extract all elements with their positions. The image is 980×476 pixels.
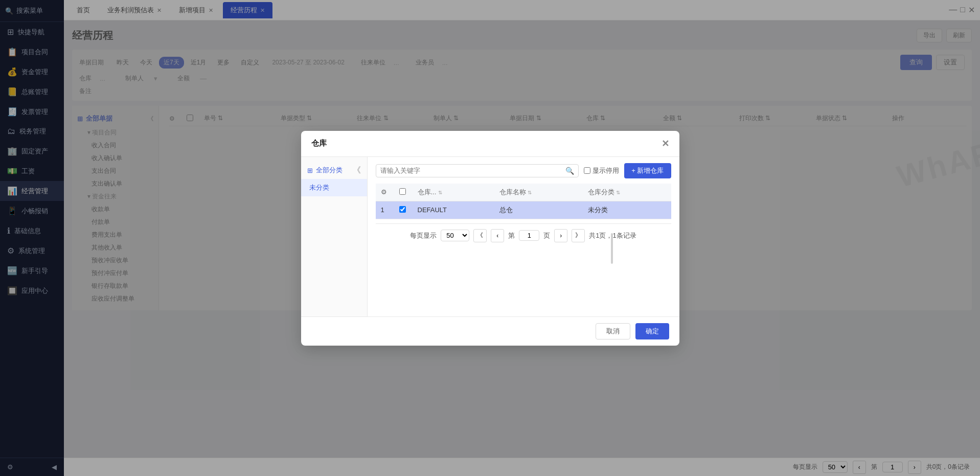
- th-gear[interactable]: ⚙: [376, 184, 394, 201]
- show-disabled-label: 显示停用: [584, 166, 619, 175]
- last-page-btn[interactable]: 》: [572, 229, 585, 242]
- table-row[interactable]: 1 DEFAULT 总仓 未分类: [376, 201, 671, 219]
- modal-right-panel: 🔍 显示停用 + 新增仓库 ⚙ 仓库.: [368, 157, 679, 316]
- row-checkbox[interactable]: [394, 201, 413, 219]
- add-warehouse-button[interactable]: + 新增仓库: [624, 163, 671, 178]
- all-category-label[interactable]: 全部分类: [316, 166, 343, 175]
- first-page-btn[interactable]: 《: [473, 229, 487, 242]
- left-panel-header: ⊞ 全部分类 《: [301, 162, 367, 179]
- left-panel-collapse[interactable]: 《: [353, 165, 361, 176]
- row-code: DEFAULT: [413, 201, 494, 219]
- th-code: 仓库... ⇅: [413, 184, 494, 201]
- th-category: 仓库分类 ⇅: [583, 184, 671, 201]
- per-page-label: 每页显示: [410, 231, 437, 240]
- modal-title: 仓库: [311, 139, 327, 148]
- modal-toolbar: 🔍 显示停用 + 新增仓库: [376, 163, 671, 178]
- modal-left-panel: ⊞ 全部分类 《 未分类: [301, 157, 368, 316]
- modal-pagination: 每页显示 50 10 20 100 《 ‹ 第 页 › 》 共1页，1条记录: [376, 223, 671, 247]
- code-sort-icon[interactable]: ⇅: [438, 190, 442, 195]
- category-item-uncategorized[interactable]: 未分类: [301, 179, 367, 196]
- left-scrollbar[interactable]: [611, 233, 613, 264]
- modal-header: 仓库 ✕: [301, 131, 679, 157]
- search-icon-modal: 🔍: [565, 167, 574, 175]
- th-name: 仓库名称 ⇅: [494, 184, 583, 201]
- show-disabled-checkbox[interactable]: [584, 167, 590, 174]
- confirm-button[interactable]: 确定: [635, 323, 669, 339]
- page-prefix: 第: [508, 231, 515, 240]
- warehouse-modal: 仓库 ✕ ⊞ 全部分类 《 未分类: [301, 131, 679, 346]
- row-category: 未分类: [583, 201, 671, 219]
- modal-close-button[interactable]: ✕: [662, 138, 669, 149]
- total-count: 共1页，1条记录: [589, 231, 636, 240]
- category-sort-icon[interactable]: ⇅: [616, 190, 620, 195]
- warehouse-table: ⚙ 仓库... ⇅ 仓库名称 ⇅ 仓库分类: [376, 184, 671, 219]
- modal-footer: 取消 确定: [301, 316, 679, 346]
- row-id: 1: [376, 201, 394, 219]
- prev-page-btn[interactable]: ‹: [491, 229, 504, 242]
- table-header-row: ⚙ 仓库... ⇅ 仓库名称 ⇅ 仓库分类: [376, 184, 671, 201]
- page-input[interactable]: [519, 230, 539, 241]
- cancel-button[interactable]: 取消: [596, 323, 630, 339]
- per-page-select[interactable]: 50 10 20 100: [441, 230, 469, 241]
- search-box: 🔍: [376, 164, 579, 177]
- grid-icon-left: ⊞: [307, 167, 313, 174]
- modal-overlay: 仓库 ✕ ⊞ 全部分类 《 未分类: [0, 0, 980, 476]
- row-name: 总仓: [494, 201, 583, 219]
- modal-body: ⊞ 全部分类 《 未分类 🔍 显示停用: [301, 157, 679, 316]
- next-page-btn[interactable]: ›: [554, 229, 567, 242]
- name-sort-icon[interactable]: ⇅: [528, 190, 532, 195]
- th-select-all[interactable]: [394, 184, 413, 201]
- page-suffix: 页: [543, 231, 550, 240]
- search-input[interactable]: [380, 167, 564, 174]
